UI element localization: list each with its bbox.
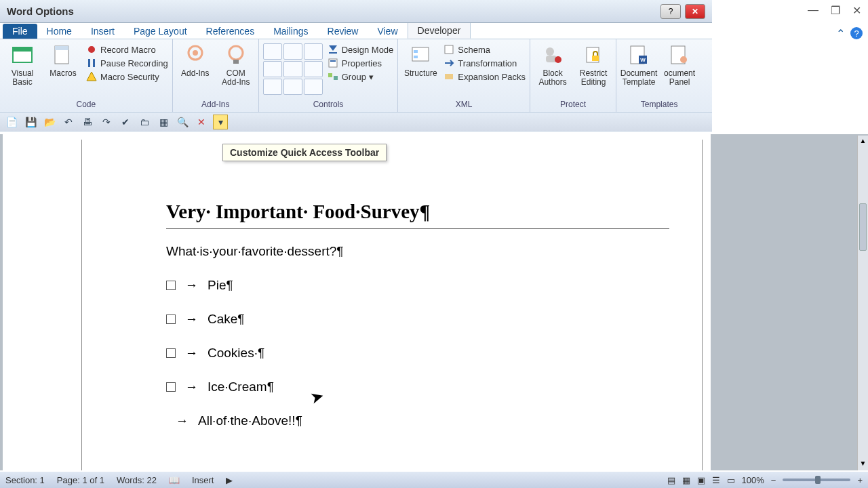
block-authors-button[interactable]: Block Authors: [534, 41, 571, 87]
help-button[interactable]: ?: [660, 4, 681, 19]
outer-minimize-button[interactable]: —: [808, 4, 818, 17]
document-template-button[interactable]: W Document Template: [620, 41, 657, 87]
qat-folder-icon[interactable]: 🗀: [137, 115, 152, 129]
view-web-icon[interactable]: ▣: [697, 475, 705, 485]
scroll-down-icon[interactable]: ▼: [859, 460, 867, 469]
zoom-percent[interactable]: 100%: [742, 475, 764, 485]
qat-customize-dropdown[interactable]: ▾: [213, 115, 228, 129]
status-insert[interactable]: Insert: [192, 475, 214, 485]
status-proofing-icon[interactable]: 📖: [169, 475, 180, 485]
svg-rect-19: [414, 50, 418, 53]
svg-rect-21: [445, 45, 453, 54]
qat-print-icon[interactable]: 🖶: [80, 115, 95, 129]
vertical-scrollbar[interactable]: ▲ ▼: [857, 136, 868, 470]
tab-developer[interactable]: Developer: [408, 22, 471, 39]
schema-button[interactable]: Schema: [443, 43, 526, 56]
qat-find-icon[interactable]: 🔍: [175, 115, 190, 129]
record-macro-button[interactable]: Record Macro: [85, 43, 168, 56]
svg-rect-16: [328, 73, 332, 77]
svg-rect-14: [329, 59, 337, 67]
qat-open-icon[interactable]: 📂: [42, 115, 57, 129]
qat-undo-icon[interactable]: ↶: [61, 115, 76, 129]
group-xml: Structure Schema Transformation Expansio…: [398, 39, 530, 112]
zoom-slider[interactable]: [783, 479, 850, 481]
group-code-label: Code: [4, 100, 168, 110]
svg-marker-12: [329, 45, 337, 51]
restrict-editing-button[interactable]: Restrict Editing: [575, 41, 612, 87]
view-reading-icon[interactable]: ▦: [682, 475, 690, 485]
tab-view[interactable]: View: [368, 24, 407, 39]
close-button[interactable]: ✕: [685, 4, 705, 19]
document-page[interactable]: Very· Important· Food·Survey¶ What·is·yo…: [81, 140, 703, 470]
design-mode-button[interactable]: Design Mode: [327, 43, 394, 56]
properties-button[interactable]: Properties: [327, 57, 394, 69]
view-print-layout-icon[interactable]: ▤: [667, 475, 675, 485]
view-outline-icon[interactable]: ☰: [712, 475, 720, 485]
svg-rect-13: [329, 52, 337, 54]
view-draft-icon[interactable]: ▭: [727, 475, 735, 485]
svg-rect-17: [334, 76, 338, 80]
visual-basic-button[interactable]: Visual Basic: [4, 41, 41, 87]
tab-mailings[interactable]: Mailings: [264, 24, 317, 39]
checkbox-icon[interactable]: [166, 348, 176, 358]
zoom-in-button[interactable]: +: [857, 475, 863, 485]
document-panel-button[interactable]: ocument Panel: [661, 41, 698, 87]
group-code: Visual Basic Macros Record Macro Pause R…: [0, 39, 173, 112]
qat-table-icon[interactable]: ▦: [156, 115, 171, 129]
window-title: Word Options: [0, 5, 74, 17]
zoom-out-button[interactable]: −: [771, 475, 776, 485]
status-macro-icon[interactable]: ▶: [226, 475, 233, 485]
title-bar: Word Options ? ✕: [0, 0, 712, 23]
transformation-button[interactable]: Transformation: [443, 57, 526, 69]
list-item: →Pie¶: [166, 278, 669, 293]
document-workspace: Very· Important· Food·Survey¶ What·is·yo…: [0, 134, 868, 470]
group-xml-label: XML: [402, 100, 526, 110]
outer-restore-button[interactable]: ❐: [831, 4, 840, 17]
structure-button[interactable]: Structure: [402, 41, 439, 78]
checkbox-icon[interactable]: [166, 314, 176, 324]
scroll-thumb[interactable]: [859, 203, 867, 251]
tab-page-layout[interactable]: Page Layout: [124, 24, 197, 39]
svg-rect-3: [55, 46, 68, 50]
qat-spell-icon[interactable]: ✔: [118, 115, 133, 129]
list-item: →Ice·Cream¶: [166, 380, 669, 394]
svg-rect-18: [412, 47, 429, 61]
outer-close-button[interactable]: ✕: [852, 4, 861, 17]
tab-file[interactable]: File: [3, 24, 37, 39]
svg-point-25: [555, 56, 561, 63]
addins-button[interactable]: Add-Ins: [177, 41, 214, 78]
pause-recording-button[interactable]: Pause Recording: [85, 57, 168, 69]
controls-gallery[interactable]: [263, 41, 323, 95]
tab-home[interactable]: Home: [37, 24, 81, 39]
status-page: Page: 1 of 1: [57, 475, 104, 485]
ribbon-tabs: File Home Insert Page Layout References …: [0, 23, 712, 39]
svg-rect-20: [414, 56, 418, 58]
svg-rect-6: [93, 59, 95, 67]
svg-point-32: [680, 56, 687, 63]
group-templates-label: Templates: [620, 100, 698, 110]
status-bar: Section: 1 Page: 1 of 1 Words: 22 📖 Inse…: [0, 472, 868, 488]
scroll-up-icon[interactable]: ▲: [859, 137, 867, 146]
com-addins-button[interactable]: COM Add-Ins: [218, 41, 254, 87]
checkbox-icon[interactable]: [166, 281, 176, 290]
checkbox-icon[interactable]: [166, 382, 176, 392]
macro-security-button[interactable]: Macro Security: [85, 70, 168, 83]
list-item: →Cake¶: [166, 312, 669, 327]
qat-delete-icon[interactable]: ✕: [194, 115, 209, 129]
qat-save-icon[interactable]: 💾: [23, 115, 38, 129]
qat-new-icon[interactable]: 📄: [4, 115, 19, 129]
tab-review[interactable]: Review: [318, 24, 368, 39]
svg-point-9: [193, 50, 198, 56]
qat-redo-icon[interactable]: ↷: [99, 115, 114, 129]
expansion-packs-button[interactable]: Expansion Packs: [443, 70, 526, 83]
ribbon-collapse-icon[interactable]: ⌃: [836, 27, 845, 40]
svg-rect-27: [592, 56, 599, 61]
tab-references[interactable]: References: [197, 24, 264, 39]
svg-point-23: [546, 47, 554, 56]
tab-insert[interactable]: Insert: [81, 24, 124, 39]
status-words[interactable]: Words: 22: [117, 475, 157, 485]
svg-text:W: W: [640, 57, 646, 63]
group-button[interactable]: Group ▾: [327, 70, 394, 83]
ribbon-help-icon[interactable]: ?: [850, 27, 863, 39]
macros-button[interactable]: Macros: [45, 41, 81, 78]
